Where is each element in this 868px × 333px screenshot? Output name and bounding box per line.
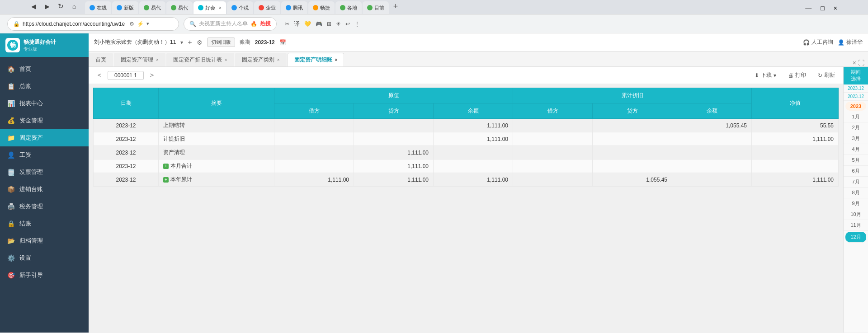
undo-icon[interactable]: ↩ [345, 21, 350, 27]
print-button[interactable]: 🖨 打印 [784, 70, 810, 80]
user-button[interactable]: 👤 徐泽华 [838, 38, 863, 46]
tab-yidai1[interactable]: 易代 [139, 1, 165, 14]
account-name: 刘小艳演示账套（勿删勿动！）11 [94, 38, 176, 46]
table-row: 2023-12 +本月合计 1,111.00 [94, 159, 839, 173]
sidebar-item-invoice[interactable]: 🗒️ 发票管理 [0, 164, 89, 181]
tab-close-haohui[interactable]: × [219, 5, 222, 10]
content-wrapper: ＜ 000001 1 ＞ ⬇ 下载 ▾ 🖨 打印 [89, 67, 868, 333]
app-container: 畅 畅捷通好会计 专业版 🏠 首页 📋 总账 📊 报表中心 💰 资金管理 [0, 33, 868, 333]
settings-gear-button[interactable]: ⚙ [197, 39, 203, 46]
support-button[interactable]: 🎧 人工咨询 [803, 38, 833, 46]
more-icon[interactable]: ⋮ [354, 21, 360, 27]
tab-online[interactable]: 在线 [85, 1, 111, 14]
page-tab-detail[interactable]: 固定资产明细账 × [288, 53, 344, 66]
page-tab-depreciation[interactable]: 固定资产折旧统计表 × [166, 53, 234, 66]
collapse-button[interactable]: × [853, 59, 856, 66]
add-account-button[interactable]: + [188, 38, 192, 47]
cell-orig-credit: 1,111.00 [354, 173, 434, 187]
page-tab-category[interactable]: 固定资产类别 × [235, 53, 287, 66]
sidebar-item-guide[interactable]: 🎯 新手引导 [0, 267, 89, 284]
win-close[interactable]: × [830, 4, 841, 13]
calendar-icon[interactable]: 📅 [279, 39, 286, 46]
period-month-11[interactable]: 11月 [844, 220, 868, 231]
home-btn[interactable]: ⌂ [68, 0, 80, 13]
headset-icon: 🎧 [803, 39, 810, 46]
cell-accum-debit [513, 132, 593, 146]
period-year-label[interactable]: 2023 [845, 102, 866, 111]
sidebar-item-archive[interactable]: 📂 归档管理 [0, 232, 89, 249]
brightness-icon[interactable]: ☀ [336, 21, 341, 27]
period-month-12[interactable]: 12月 [845, 232, 866, 243]
cell-orig-balance [434, 146, 513, 159]
expand-button[interactable]: ⛶ [858, 59, 864, 66]
sidebar-item-inventory[interactable]: 📦 进销台账 [0, 181, 89, 198]
period-month-6[interactable]: 6月 [844, 166, 868, 177]
close-detail[interactable]: × [335, 57, 338, 62]
sidebar-item-settings[interactable]: ⚙️ 设置 [0, 249, 89, 267]
prev-account-button[interactable]: ＜ [93, 70, 106, 81]
page-nav: ＜ 000001 1 ＞ [93, 70, 158, 81]
search-bar[interactable]: 🔍 央视更新主持人名单 🔥 热搜 [184, 17, 277, 31]
switch-version-button[interactable]: 切到旧版 [207, 38, 235, 47]
tab-new[interactable]: 新版 [112, 1, 138, 14]
inventory-icon: 📦 [7, 186, 15, 193]
period-month-4[interactable]: 4月 [844, 144, 868, 155]
cell-orig-balance [434, 159, 513, 173]
game-icon[interactable]: 🎮 [316, 21, 322, 27]
tab-yidai2[interactable]: 易代 [166, 1, 193, 14]
next-account-button[interactable]: ＞ [146, 70, 158, 81]
period-month-9[interactable]: 9月 [844, 198, 868, 209]
cell-net-value: 1,111.00 [752, 132, 839, 146]
close-fixed-mgmt[interactable]: × [156, 57, 159, 62]
sidebar-item-tax[interactable]: 🖨️ 税务管理 [0, 198, 89, 215]
tab-haohui[interactable]: 好会 × [193, 1, 226, 14]
sidebar-item-ledger[interactable]: 📋 总账 [0, 78, 89, 95]
period-month-2[interactable]: 2月 [844, 122, 868, 133]
close-category[interactable]: × [277, 57, 280, 62]
close-depreciation[interactable]: × [225, 57, 227, 62]
reload-button[interactable]: ↻ [54, 0, 67, 13]
tab-mubi[interactable]: 目前 [363, 1, 389, 14]
new-tab-button[interactable]: + [390, 0, 402, 14]
dropdown-icon[interactable]: ▾ [146, 21, 149, 27]
sidebar-label-report: 报表中心 [19, 99, 43, 108]
download-button[interactable]: ⬇ 下载 ▾ [751, 70, 780, 80]
win-maximize[interactable]: □ [817, 4, 828, 13]
site-info-icon: ⚙ [129, 21, 134, 27]
sidebar-item-fixed[interactable]: 📁 固定资产 [0, 129, 89, 146]
period-month-5[interactable]: 5月 [844, 155, 868, 166]
wallet-icon[interactable]: 💛 [304, 21, 311, 27]
sidebar-item-capital[interactable]: 💰 资金管理 [0, 112, 89, 129]
address-bar[interactable]: 🔒 https://cloud.chanjet.com/accounting/u… [7, 17, 179, 31]
th-orig-debit: 借方 [274, 103, 354, 119]
scissors-icon[interactable]: ✂ [285, 21, 289, 27]
cell-summary: 计提折旧 [159, 132, 274, 146]
page-tab-fixed-mgmt[interactable]: 固定资产管理 × [114, 53, 165, 66]
tab-gedi[interactable]: 各地 [335, 1, 362, 14]
period-month-10[interactable]: 10月 [844, 209, 868, 220]
tab-changjie[interactable]: 畅捷 [308, 1, 335, 14]
win-minimize[interactable]: — [802, 4, 815, 13]
address-text: https://cloud.chanjet.com/accounting/uw1… [23, 21, 125, 27]
refresh-button[interactable]: ↻ 刷新 [814, 70, 839, 80]
sidebar-item-home[interactable]: 🏠 首页 [0, 61, 89, 78]
th-accum-balance: 余额 [672, 103, 752, 119]
cell-date: 2023-12 [94, 173, 159, 187]
forward-button[interactable]: ▶ [41, 0, 53, 13]
tab-qiye[interactable]: 企业 [254, 1, 280, 14]
period-month-8[interactable]: 8月 [844, 188, 868, 198]
sidebar-item-salary[interactable]: 👤 工资 [0, 146, 89, 164]
tab-tencent[interactable]: 腾讯 [281, 1, 307, 14]
dropdown-arrow[interactable]: ▾ [180, 39, 183, 46]
period-month-3[interactable]: 3月 [844, 133, 868, 144]
sidebar-item-report[interactable]: 📊 报表中心 [0, 95, 89, 112]
tab-geshui[interactable]: 个税 [227, 1, 253, 14]
period-month-7[interactable]: 7月 [844, 177, 868, 188]
sidebar-item-close-accounts[interactable]: 🔒 结账 [0, 215, 89, 232]
cell-date: 2023-12 [94, 132, 159, 146]
page-tab-home[interactable]: 首页 [89, 53, 113, 66]
period-month-1[interactable]: 1月 [844, 112, 868, 122]
back-button[interactable]: ◀ [27, 0, 40, 13]
translate-icon[interactable]: 译 [294, 20, 300, 28]
grid-icon[interactable]: ⊞ [327, 21, 331, 27]
